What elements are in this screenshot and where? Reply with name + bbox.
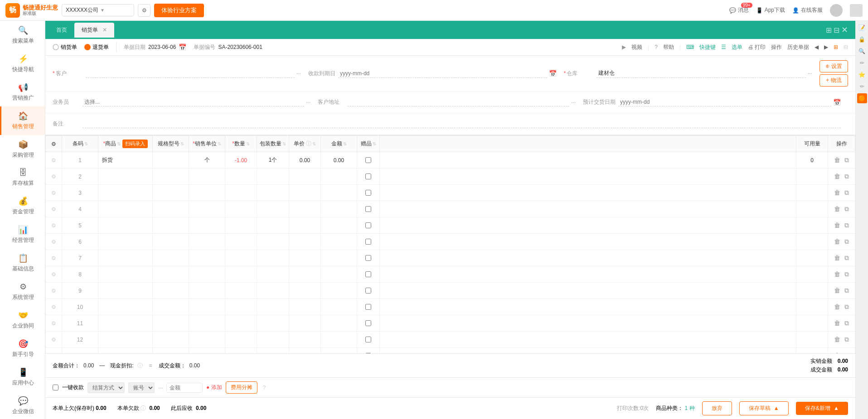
payment-dots-icon[interactable]: ··· bbox=[158, 385, 163, 391]
save-new-btn[interactable]: 保存&新增 ▲ bbox=[796, 402, 848, 415]
row-delete-icon[interactable]: 🗑 bbox=[834, 173, 840, 180]
row-copy-icon[interactable]: ⧉ bbox=[844, 205, 849, 212]
scan-barcode-btn[interactable]: 扫码录入 bbox=[122, 140, 148, 148]
payment-due-input[interactable] bbox=[338, 69, 547, 78]
video-btn[interactable]: 视频 bbox=[631, 43, 642, 51]
row-qty[interactable] bbox=[225, 201, 257, 217]
row-gear-icon[interactable]: ⚙ bbox=[51, 288, 56, 294]
sidebar-item-apps[interactable]: 📱 应用中心 bbox=[0, 363, 45, 391]
row-qty[interactable]: -1.00 bbox=[225, 152, 257, 169]
customer-more-icon[interactable]: ··· bbox=[296, 70, 301, 77]
trial-button[interactable]: 体验行业方案 bbox=[154, 4, 204, 17]
row-qty[interactable] bbox=[225, 348, 257, 354]
row-copy-icon[interactable]: ⧉ bbox=[844, 319, 849, 327]
gift-checkbox[interactable] bbox=[365, 190, 371, 196]
help-btn[interactable]: 帮助 bbox=[663, 43, 674, 51]
sidebar-item-enterprise[interactable]: 🤝 企业协同 bbox=[0, 306, 45, 334]
row-qty[interactable] bbox=[225, 217, 257, 234]
salesperson-input[interactable] bbox=[82, 98, 304, 106]
save-draft-arrow-icon[interactable]: ▲ bbox=[774, 405, 779, 411]
address-more-icon[interactable]: ··· bbox=[571, 99, 576, 106]
cash-discount-info-icon[interactable]: ⓘ bbox=[137, 362, 143, 370]
company-selector[interactable]: XXXXXX公司 ▼ bbox=[62, 4, 134, 16]
gift-checkbox[interactable] bbox=[365, 304, 371, 310]
gear-header-icon[interactable]: ⚙ bbox=[51, 141, 56, 147]
row-gear-icon[interactable]: ⚙ bbox=[51, 271, 56, 278]
warehouse-more-icon[interactable]: ··· bbox=[808, 70, 812, 77]
row-delete-icon[interactable]: 🗑 bbox=[834, 287, 840, 294]
payment-due-calendar-icon[interactable]: 📅 bbox=[549, 70, 557, 77]
row-copy-icon[interactable]: ⧉ bbox=[844, 303, 849, 310]
sort-qty-icon[interactable]: ⇅ bbox=[246, 141, 250, 146]
sidebar-item-search[interactable]: 🔍 搜索菜单 bbox=[0, 21, 45, 49]
sidebar-item-system[interactable]: ⚙ 系统管理 bbox=[0, 277, 45, 306]
gift-checkbox[interactable] bbox=[365, 222, 371, 228]
user-menu[interactable] bbox=[850, 4, 863, 17]
tab-close-all-icon[interactable]: ✕ bbox=[841, 25, 848, 35]
row-gear-icon[interactable]: ⚙ bbox=[51, 173, 56, 180]
nav-next-icon[interactable]: ▶ bbox=[824, 44, 828, 50]
one-click-pay-checkbox[interactable] bbox=[53, 385, 58, 390]
row-gear-icon[interactable]: ⚙ bbox=[51, 255, 56, 261]
account-select[interactable]: 账号 bbox=[128, 382, 155, 393]
radio-return-order[interactable]: 退货单 bbox=[84, 43, 109, 51]
settings-btn[interactable]: ⚙ bbox=[138, 4, 150, 17]
sidebar-item-wecom[interactable]: 💬 企业微信 bbox=[0, 391, 45, 419]
grid-view-icon[interactable]: ⊞ bbox=[834, 44, 838, 50]
radio-sales-order[interactable]: 销货单 bbox=[53, 43, 77, 51]
settings-button[interactable]: ⊕ 设置 bbox=[820, 60, 848, 72]
gift-checkbox[interactable] bbox=[365, 288, 371, 294]
gift-checkbox[interactable] bbox=[365, 239, 371, 245]
row-qty[interactable] bbox=[225, 234, 257, 250]
tab-layout-icon1[interactable]: ⊞ bbox=[826, 26, 832, 34]
online-service-btn[interactable]: 👤 在线客服 bbox=[792, 6, 823, 14]
sidebar-item-business[interactable]: 📊 经营管理 bbox=[0, 220, 45, 249]
order-debt-info-icon[interactable]: ⓘ bbox=[141, 405, 146, 411]
row-copy-icon[interactable]: ⧉ bbox=[844, 238, 849, 245]
gift-checkbox[interactable] bbox=[365, 157, 371, 163]
row-qty[interactable] bbox=[225, 299, 257, 315]
gift-checkbox[interactable] bbox=[365, 337, 371, 342]
avatar[interactable] bbox=[830, 4, 843, 17]
delivery-date-input[interactable] bbox=[618, 98, 831, 106]
row-qty[interactable] bbox=[225, 266, 257, 283]
save-new-arrow-icon[interactable]: ▲ bbox=[834, 405, 839, 411]
nav-prev-icon[interactable]: ◀ bbox=[815, 44, 819, 50]
row-delete-icon[interactable]: 🗑 bbox=[834, 270, 840, 278]
sort-price-icon[interactable]: ⇅ bbox=[312, 141, 316, 146]
row-gear-icon[interactable]: ⚙ bbox=[51, 157, 56, 164]
sort-pkg-qty-icon[interactable]: ⇅ bbox=[282, 141, 286, 146]
sidebar-item-purchase[interactable]: 📦 采购管理 bbox=[0, 135, 45, 164]
row-delete-icon[interactable]: 🗑 bbox=[834, 319, 840, 327]
row-copy-icon[interactable]: ⧉ bbox=[844, 189, 849, 196]
right-panel-btn1[interactable]: 📝 bbox=[857, 23, 867, 33]
select-btn[interactable]: 选单 bbox=[732, 43, 742, 51]
discard-btn[interactable]: 放弃 bbox=[702, 401, 732, 415]
row-gear-icon[interactable]: ⚙ bbox=[51, 337, 56, 343]
gift-checkbox[interactable] bbox=[365, 206, 371, 212]
expense-help-icon[interactable]: ? bbox=[263, 385, 266, 391]
warehouse-input[interactable] bbox=[596, 69, 805, 78]
row-qty[interactable] bbox=[225, 283, 257, 299]
sidebar-item-sales[interactable]: 🏠 销售管理 bbox=[0, 106, 45, 135]
row-delete-icon[interactable]: 🗑 bbox=[834, 189, 840, 196]
right-panel-btn6[interactable]: ✏ bbox=[857, 82, 867, 92]
row-copy-icon[interactable]: ⧉ bbox=[844, 270, 849, 278]
customer-address-input[interactable] bbox=[348, 98, 569, 106]
row-gear-icon[interactable]: ⚙ bbox=[51, 190, 56, 196]
row-delete-icon[interactable]: 🗑 bbox=[834, 336, 840, 343]
right-panel-btn7[interactable]: 🟠 bbox=[857, 93, 867, 103]
payment-amount-input[interactable] bbox=[166, 383, 203, 393]
sort-spec-icon[interactable]: ⇅ bbox=[180, 141, 184, 146]
sidebar-item-basic[interactable]: 📋 基础信息 bbox=[0, 249, 45, 277]
gift-checkbox[interactable] bbox=[365, 271, 371, 277]
row-qty[interactable] bbox=[225, 332, 257, 348]
sidebar-item-marketing[interactable]: 📢 营销推广 bbox=[0, 78, 45, 106]
sort-amount-icon[interactable]: ⇅ bbox=[343, 141, 347, 146]
message-btn[interactable]: 💬 消息 99+ bbox=[729, 6, 749, 14]
gift-checkbox[interactable] bbox=[365, 173, 371, 179]
app-download-btn[interactable]: 📱 App下载 bbox=[756, 6, 785, 14]
row-copy-icon[interactable]: ⧉ bbox=[844, 222, 849, 229]
sidebar-item-quicknav[interactable]: ⚡ 快捷导航 bbox=[0, 49, 45, 78]
list-view-icon[interactable]: ⊟ bbox=[844, 44, 848, 50]
